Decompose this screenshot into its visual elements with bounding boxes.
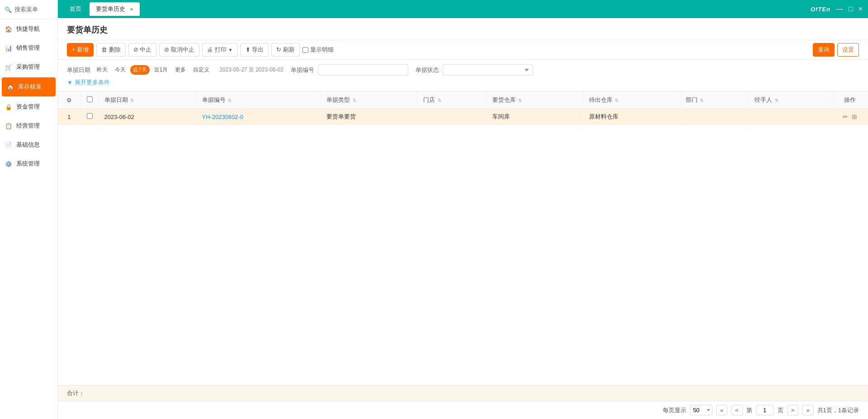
col-dept-label: 部门: [686, 96, 698, 103]
col-docno-label: 单据编号: [202, 96, 226, 103]
row-pending-warehouse: 原材料仓库: [583, 109, 680, 125]
date-opt-yesterday[interactable]: 昨天: [94, 65, 110, 75]
sidebar-item-operation[interactable]: 📋 经营管理: [0, 116, 57, 135]
sidebar-search[interactable]: 🔍 搜索菜单: [0, 0, 57, 19]
page-title: 要货单历史: [67, 24, 859, 35]
col-checkbox: [80, 91, 99, 109]
settings-button[interactable]: 设置: [837, 43, 859, 57]
select-all-checkbox[interactable]: [87, 96, 93, 102]
tab-active[interactable]: 要货单历史 ×: [90, 2, 140, 16]
purchase-icon: 🛒: [5, 63, 13, 71]
filter-status-group: 单据状态: [415, 64, 533, 76]
row-doctype: 要货单要货: [321, 109, 418, 125]
show-detail-toggle[interactable]: 显示明细: [302, 46, 334, 54]
stop-button[interactable]: ⊘ 中止: [128, 43, 157, 57]
sidebar-item-home[interactable]: 🏠 快捷导航: [0, 19, 57, 38]
sort-pending-warehouse-icon: ⇅: [615, 98, 618, 103]
sales-icon: 📊: [5, 44, 13, 52]
minimize-btn[interactable]: —: [836, 5, 843, 13]
tab-home-label: 首页: [70, 5, 81, 13]
tab-home[interactable]: 首页: [63, 2, 88, 16]
page-size-select[interactable]: 50 10 20 100: [690, 405, 712, 415]
first-page-btn[interactable]: «: [716, 405, 727, 415]
date-opt-1month[interactable]: 近1月: [151, 65, 171, 75]
table-row: 1 2023-06-02 YH-20230602-0 要货单要货 车间库 原材料…: [58, 109, 868, 125]
sidebar-item-label: 库存核算: [18, 83, 42, 91]
export-button-label: ⬆ 导出: [245, 46, 264, 54]
cancel-stop-button-label: ⊘ 取消中止: [164, 46, 194, 54]
col-handler[interactable]: 经手人 ⇅: [749, 91, 832, 109]
row-docno-link[interactable]: YH-20230602-0: [202, 114, 244, 120]
date-opt-today[interactable]: 今天: [112, 65, 128, 75]
col-action: 操作: [832, 91, 868, 109]
system-icon: ⚙️: [5, 160, 13, 168]
close-window-btn[interactable]: ×: [859, 5, 863, 13]
detail-icon[interactable]: ⊞: [852, 113, 857, 120]
sidebar-item-basic[interactable]: 📄 基础信息: [0, 135, 57, 154]
docno-filter-input[interactable]: [318, 64, 408, 76]
date-range-display: 2023-05-27 至 2023-06-02: [219, 66, 283, 74]
col-doctype[interactable]: 单据类型 ⇅: [321, 91, 418, 109]
sidebar-search-label: 搜索菜单: [14, 5, 38, 14]
row-req-warehouse: 车间库: [486, 109, 583, 125]
filter-area: 单据日期 昨天 今天 近7天 近1月 更多 自定义 2023-05-27 至 2…: [58, 60, 868, 91]
table-container: ⚙ 单据日期 ⇅ 单据编号 ⇅ 单据类型 ⇅: [58, 91, 868, 385]
show-detail-checkbox[interactable]: [302, 47, 308, 53]
row-docno: YH-20230602-0: [196, 109, 321, 125]
export-button[interactable]: ⬆ 导出: [241, 43, 269, 57]
page-input[interactable]: [756, 405, 774, 415]
col-handler-label: 经手人: [755, 96, 772, 103]
col-dept[interactable]: 部门 ⇅: [680, 91, 749, 109]
sidebar-item-sales[interactable]: 📊 销售管理: [0, 38, 57, 57]
row-checkbox[interactable]: [87, 113, 93, 119]
date-opt-custom[interactable]: 自定义: [190, 65, 212, 75]
col-req-warehouse[interactable]: 要货仓库 ⇅: [486, 91, 583, 109]
tab-close-icon[interactable]: ×: [130, 6, 133, 13]
page-suffix: 页: [778, 406, 783, 414]
sort-docno-icon: ⇅: [228, 98, 231, 103]
table-footer: 合计：: [58, 385, 868, 401]
sidebar-item-label: 经营管理: [16, 122, 40, 130]
sidebar-item-inventory[interactable]: 🏠 库存核算: [2, 77, 56, 96]
sidebar-item-purchase[interactable]: 🛒 采购管理: [0, 57, 57, 76]
toolbar: + 新增 🗑 删除 ⊘ 中止 ⊘ 取消中止 🖨 打印 ▼ ⬆ 导出 ↻ 刷新 显…: [58, 40, 868, 60]
new-button[interactable]: + 新增: [67, 43, 94, 57]
col-pending-warehouse[interactable]: 待出仓库 ⇅: [583, 91, 680, 109]
status-filter-select[interactable]: [443, 64, 533, 76]
sidebar-item-finance[interactable]: 🔒 资金管理: [0, 97, 57, 116]
col-date-label: 单据日期: [104, 96, 128, 103]
date-options: 昨天 今天 近7天 近1月 更多 自定义: [94, 65, 212, 75]
sidebar-item-label: 资金管理: [16, 103, 40, 111]
docno-filter-label: 单据编号: [291, 66, 314, 74]
filter-date-range-group: 2023-05-27 至 2023-06-02: [219, 66, 283, 74]
total-info: 共1页，1条记录: [817, 406, 859, 414]
refresh-button[interactable]: ↻ 刷新: [271, 43, 300, 57]
sidebar-item-system[interactable]: ⚙️ 系统管理: [0, 154, 57, 173]
col-store[interactable]: 门店 ⇅: [418, 91, 487, 109]
col-date[interactable]: 单据日期 ⇅: [99, 91, 196, 109]
maximize-btn[interactable]: □: [849, 5, 853, 13]
print-button[interactable]: 🖨 打印 ▼: [202, 43, 238, 57]
stop-button-label: ⊘ 中止: [133, 46, 152, 54]
col-settings[interactable]: ⚙: [58, 91, 80, 109]
main-content: 首页 要货单历史 × OfTEn — □ × 要货单历史 + 新增 🗑 删除 ⊘…: [58, 0, 868, 419]
delete-button[interactable]: 🗑 删除: [96, 43, 126, 57]
expand-more-btn[interactable]: ▼ 展开更多条件: [67, 78, 859, 86]
next-page-btn[interactable]: >: [787, 405, 799, 415]
edit-icon[interactable]: ✏: [843, 113, 848, 120]
query-button[interactable]: 查询: [813, 43, 835, 57]
date-opt-more[interactable]: 更多: [172, 65, 189, 75]
sidebar-item-label: 快捷导航: [16, 25, 40, 33]
cancel-stop-button[interactable]: ⊘ 取消中止: [159, 43, 199, 57]
date-opt-7days[interactable]: 近7天: [130, 65, 150, 75]
table-header-row: ⚙ 单据日期 ⇅ 单据编号 ⇅ 单据类型 ⇅: [58, 91, 868, 109]
data-table: ⚙ 单据日期 ⇅ 单据编号 ⇅ 单据类型 ⇅: [58, 91, 868, 125]
toolbar-right: 查询 设置: [813, 43, 859, 57]
last-page-btn[interactable]: »: [802, 405, 813, 415]
row-handler: [749, 109, 832, 125]
col-docno[interactable]: 单据编号 ⇅: [196, 91, 321, 109]
brand-label: OfTEn: [811, 6, 830, 13]
prev-page-btn[interactable]: <: [731, 405, 743, 415]
show-detail-label: 显示明细: [310, 46, 334, 54]
sort-date-icon: ⇅: [130, 98, 134, 103]
